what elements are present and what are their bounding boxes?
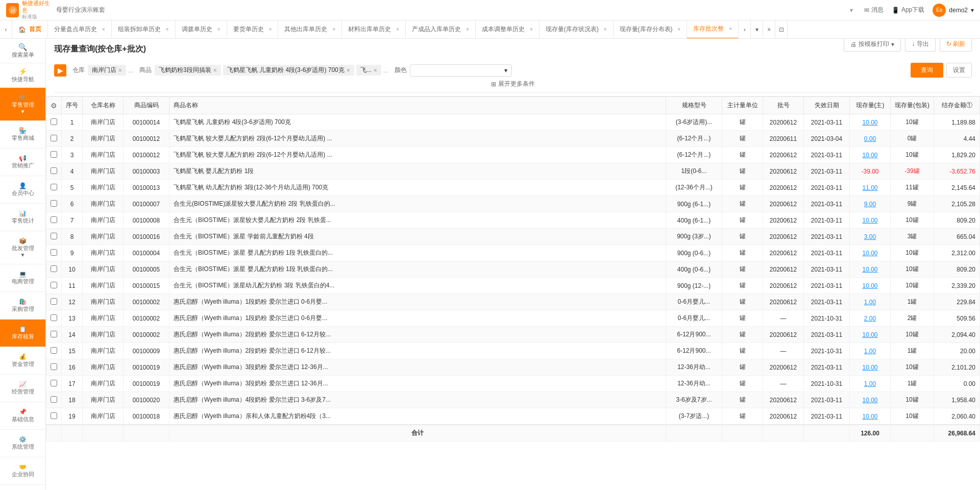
tab-close-all-btn[interactable]: ×: [763, 20, 775, 39]
cell-stock-main[interactable]: 10.00: [850, 359, 891, 376]
sidebar-item-purchase[interactable]: 🛍️ 采购管理: [0, 292, 45, 320]
cell-checkbox[interactable]: [46, 327, 62, 343]
cell-stock-main[interactable]: 9.00: [850, 196, 891, 212]
tab-tiao-bo[interactable]: 调拨单历史 ×: [176, 20, 227, 39]
cell-checkbox[interactable]: [46, 180, 62, 196]
tab-close-xian-fen[interactable]: ×: [678, 27, 681, 32]
app-download-btn[interactable]: 📱 App下载: [892, 6, 924, 14]
cell-stock-main[interactable]: 0.00: [850, 131, 891, 147]
tab-close-ku-cun[interactable]: ×: [729, 26, 732, 32]
row-checkbox[interactable]: [51, 118, 57, 125]
query-btn[interactable]: 查询: [911, 63, 943, 78]
cell-checkbox[interactable]: [46, 278, 62, 294]
sidebar-item-basic[interactable]: 📌 基础信息: [0, 402, 45, 430]
tab-chan-pin[interactable]: 产成品入库单历史 ×: [406, 20, 476, 39]
tab-cheng-ben[interactable]: 成本调整单历史 ×: [476, 20, 540, 39]
tab-close-cai-liao[interactable]: ×: [396, 27, 399, 32]
cell-checkbox[interactable]: [46, 261, 62, 278]
row-checkbox[interactable]: [51, 184, 57, 190]
color-dropdown[interactable]: ▾: [410, 64, 512, 77]
cell-checkbox[interactable]: [46, 310, 62, 327]
tab-expand-btn[interactable]: ⊡: [775, 20, 788, 39]
sidebar-item-marketing[interactable]: 📢 营销推广: [0, 149, 45, 176]
row-checkbox[interactable]: [51, 396, 57, 403]
row-checkbox[interactable]: [51, 135, 57, 141]
goods-tag-2-close[interactable]: ×: [347, 67, 350, 74]
tab-next-btn[interactable]: ›: [739, 20, 751, 39]
warehouse-more[interactable]: ...: [128, 67, 133, 74]
cell-checkbox[interactable]: [46, 163, 62, 180]
tab-zu-chai[interactable]: 组装拆卸单历史 ×: [112, 20, 176, 39]
tab-prev-btn[interactable]: ‹: [0, 20, 12, 39]
row-checkbox[interactable]: [51, 314, 57, 321]
sidebar-item-inventory[interactable]: 📋 库存核算: [0, 320, 45, 347]
cell-stock-main[interactable]: 10.00: [850, 261, 891, 278]
tab-yao-huo[interactable]: 要货单历史 ×: [227, 20, 279, 39]
row-checkbox[interactable]: [51, 380, 57, 386]
row-checkbox[interactable]: [51, 200, 57, 207]
cell-checkbox[interactable]: [46, 229, 62, 245]
row-checkbox[interactable]: [51, 265, 57, 272]
sidebar-item-guide[interactable]: 🎯 新手引导: [0, 485, 45, 490]
cell-stock-main[interactable]: 10.00: [850, 212, 891, 229]
tab-menu-btn[interactable]: ▾: [751, 20, 763, 39]
cell-checkbox[interactable]: [46, 245, 62, 261]
cell-checkbox[interactable]: [46, 376, 62, 392]
sidebar-item-retail[interactable]: 🛒 零售管理 ▼: [0, 88, 45, 121]
cell-stock-main[interactable]: 10.00: [850, 114, 891, 131]
tab-xian-cun-zhuang[interactable]: 现存量(库存状况表) ×: [540, 20, 614, 39]
cell-checkbox[interactable]: [46, 147, 62, 163]
row-checkbox[interactable]: [51, 298, 57, 305]
cell-stock-main[interactable]: 10.00: [850, 278, 891, 294]
sidebar-item-operations[interactable]: 📈 经营管理: [0, 375, 45, 402]
sidebar-item-finance[interactable]: 💰 资金管理: [0, 347, 45, 375]
cell-checkbox[interactable]: [46, 392, 62, 408]
cell-stock-main[interactable]: 2.00: [850, 310, 891, 327]
goods-tag-1-close[interactable]: ×: [213, 67, 217, 74]
cell-stock-main[interactable]: 3.00: [850, 229, 891, 245]
cell-checkbox[interactable]: [46, 408, 62, 425]
cell-checkbox[interactable]: [46, 359, 62, 376]
cell-checkbox[interactable]: [46, 196, 62, 212]
row-checkbox[interactable]: [51, 282, 57, 288]
row-checkbox[interactable]: [51, 412, 57, 419]
goods-tag-3-close[interactable]: ×: [374, 67, 377, 74]
row-checkbox[interactable]: [51, 151, 57, 158]
th-settings[interactable]: ⚙: [46, 97, 62, 114]
cell-stock-main[interactable]: 1.00: [850, 376, 891, 392]
settings-btn[interactable]: 设置: [946, 63, 972, 78]
tab-close-qi-ta[interactable]: ×: [332, 27, 335, 32]
row-checkbox[interactable]: [51, 167, 57, 174]
cell-checkbox[interactable]: [46, 212, 62, 229]
row-checkbox[interactable]: [51, 363, 57, 370]
cell-stock-main[interactable]: 11.00: [850, 180, 891, 196]
tab-close-fen-pan[interactable]: ×: [102, 27, 105, 32]
tab-fen-pan[interactable]: 分量盘点单历史 ×: [48, 20, 112, 39]
sidebar-item-batch[interactable]: 📦 批发管理 ▼: [0, 231, 45, 264]
cell-stock-main[interactable]: 1.00: [850, 343, 891, 359]
row-checkbox[interactable]: [51, 347, 57, 354]
nav-dropdown-icon[interactable]: ▾: [850, 7, 860, 14]
column-settings-icon[interactable]: ⚙: [51, 102, 57, 110]
warehouse-tag-close[interactable]: ×: [118, 67, 122, 74]
tab-close-cheng-ben[interactable]: ×: [530, 27, 533, 32]
tab-xian-cun-fen[interactable]: 现存量(库存分布表) ×: [614, 20, 688, 39]
sidebar-item-system[interactable]: ⚙️ 系统管理: [0, 430, 45, 457]
sidebar-item-enterprise[interactable]: 🤝 企业协同: [0, 457, 45, 485]
cell-checkbox[interactable]: [46, 131, 62, 147]
tab-close-yao-huo[interactable]: ×: [269, 27, 272, 32]
row-checkbox[interactable]: [51, 233, 57, 239]
sidebar-item-member[interactable]: 👤 会员中心: [0, 176, 45, 204]
tab-close-xian-zhuang[interactable]: ×: [604, 27, 607, 32]
sidebar-item-ecommerce[interactable]: 💻 电商管理: [0, 264, 45, 292]
tab-close-zu-chai[interactable]: ×: [166, 27, 169, 32]
tab-cai-liao[interactable]: 材料出库单历史 ×: [342, 20, 406, 39]
refresh-btn[interactable]: ↻ 刷新: [940, 39, 972, 52]
sidebar-search[interactable]: 🔍 搜索菜单: [0, 39, 45, 63]
tab-close-tiao-bo[interactable]: ×: [217, 27, 220, 32]
filter-expand-btn[interactable]: ▶: [54, 64, 66, 77]
sidebar-item-retail-stat[interactable]: 📊 零售统计: [0, 204, 45, 231]
cell-stock-main[interactable]: 10.00: [850, 245, 891, 261]
cell-stock-main[interactable]: 10.00: [850, 408, 891, 425]
sidebar-quick-nav[interactable]: ⚡ 快捷导航: [0, 63, 45, 88]
